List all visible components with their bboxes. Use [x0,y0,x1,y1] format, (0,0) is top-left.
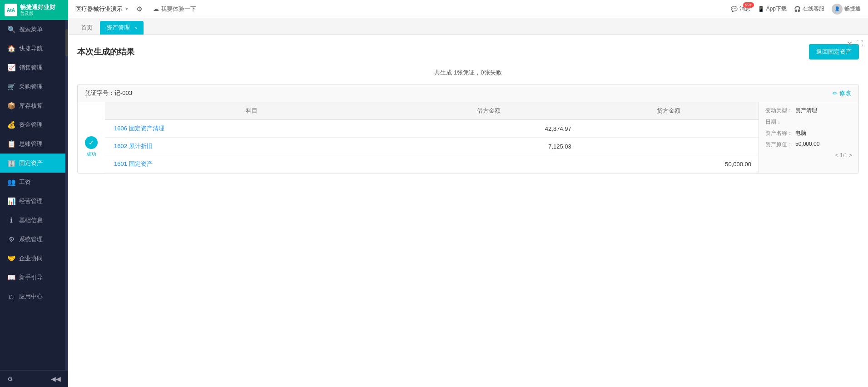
cell-credit-2: 50,000.00 [579,155,759,173]
sidebar-icon-12: 🤝 [7,254,15,263]
sidebar-item-0[interactable]: 🔍搜索菜单 [0,20,65,39]
company-selector[interactable]: 医疗器械行业演示 ▼ [75,5,129,13]
online-service-button[interactable]: 🎧 在线客服 [794,5,824,13]
sidebar-icon-4: 📦 [7,102,15,110]
tabs-bar: 首页 资产管理 × [68,18,868,35]
side-pagination[interactable]: < 1/1 > [765,152,852,159]
headset-icon: 🎧 [794,6,801,12]
user-profile[interactable]: 👤 畅捷通 [832,4,861,15]
sidebar-label-6: 总账管理 [19,140,43,148]
topbar: 医疗器械行业演示 ▼ ⚙ ☁ 我要体验一下 💬 消息 99+ 📱 App下载 🎧… [68,0,868,18]
sidebar-item-12[interactable]: 🤝企业协同 [0,249,65,268]
table-row: 1606 固定资产清理 42,874.97 [105,120,759,138]
settings-icon[interactable]: ⚙ [7,375,13,382]
summary-bar: 共生成 1张凭证，0张失败 [77,69,859,77]
edit-button[interactable]: ✏ 修改 [833,89,851,97]
avatar: 👤 [832,4,843,15]
trial-button[interactable]: ☁ 我要体验一下 [153,5,196,13]
sidebar-icon-6: 📋 [7,140,15,148]
sidebar-icon-8: 👥 [7,178,15,186]
sidebar-icon-2: 📈 [7,64,15,72]
sidebar-icon-0: 🔍 [7,25,15,34]
sidebar-icon-14: 🗂 [7,293,15,301]
sidebar-item-7[interactable]: 🏢固定资产 [0,154,65,173]
tab-close-icon[interactable]: × [134,25,137,30]
sidebar-label-1: 快捷导航 [19,45,43,53]
voucher-header: 凭证字号：记-003 ✏ 修改 [78,84,858,102]
sidebar-icon-13: 📖 [7,273,15,282]
sidebar-logo: AtA 畅捷通好业财 普及版 [0,0,68,20]
message-icon: 💬 [731,6,738,12]
sidebar-icon-7: 🏢 [7,159,15,167]
table-main: 科目 借方金额 贷方金额 1606 固定资产清理 42,874.97 1602 … [105,102,759,173]
sidebar-item-3[interactable]: 🛒采购管理 [0,77,65,96]
sidebar-icon-11: ⚙ [7,235,15,243]
sidebar: AtA 畅捷通好业财 普及版 🔍搜索菜单🏠快捷导航📈销售管理🛒采购管理📦库存核算… [0,0,68,387]
page-title: 本次生成的结果 [77,46,134,57]
sidebar-item-13[interactable]: 📖新手引导 [0,268,65,287]
app-download-button[interactable]: 📱 App下载 [758,5,787,13]
cloud-icon: ☁ [153,5,159,12]
app-edition: 普及版 [20,11,55,16]
main-area: 医疗器械行业演示 ▼ ⚙ ☁ 我要体验一下 💬 消息 99+ 📱 App下载 🎧… [68,0,868,387]
cell-debit-0: 42,874.97 [398,120,578,138]
sidebar-label-12: 企业协同 [19,254,43,263]
status-column: ✓ 成功 [78,102,105,173]
logo-icon: AtA [5,4,17,16]
tab-assets[interactable]: 资产管理 × [100,21,144,35]
sidebar-item-11[interactable]: ⚙系统管理 [0,230,65,249]
side-change-type: 变动类型： 资产清理 [765,107,852,114]
sidebar-label-14: 应用中心 [19,293,43,301]
sidebar-label-4: 库存核算 [19,102,43,110]
sidebar-label-5: 资金管理 [19,121,43,129]
sidebar-label-10: 基础信息 [19,216,43,224]
success-icon: ✓ [85,136,98,149]
sidebar-item-2[interactable]: 📈销售管理 [0,58,65,77]
sidebar-item-6[interactable]: 📋总账管理 [0,134,65,154]
sidebar-label-9: 经营管理 [19,197,43,205]
chevron-down-icon: ▼ [124,6,129,11]
sidebar-label-3: 采购管理 [19,83,43,91]
sidebar-label-13: 新手引导 [19,273,43,282]
sidebar-item-1[interactable]: 🏠快捷导航 [0,39,65,58]
sidebar-item-5[interactable]: 💰资金管理 [0,115,65,134]
cell-debit-1: 7,125.03 [398,138,578,155]
table-with-status: ✓ 成功 科目 借方金额 贷方金额 [78,102,759,173]
table-row: 1602 累计折旧 7,125.03 [105,138,759,155]
sidebar-icon-5: 💰 [7,121,15,129]
sidebar-item-14[interactable]: 🗂应用中心 [0,287,65,306]
side-asset-name: 资产名称： 电脑 [765,129,852,137]
sidebar-footer: ⚙ ◀◀ [0,370,68,387]
sidebar-item-8[interactable]: 👥工资 [0,173,65,192]
side-asset-value: 资产原值： 50,000.00 [765,141,852,149]
collapse-icon[interactable]: ◀◀ [51,375,61,382]
sidebar-label-7: 固定资产 [19,159,43,167]
page-header: 本次生成的结果 返回固定资产 [77,44,859,60]
sidebar-item-9[interactable]: 📊经营管理 [0,192,65,211]
sidebar-label-2: 销售管理 [19,64,43,72]
col-debit: 借方金额 [398,102,578,120]
sidebar-icon-3: 🛒 [7,83,15,91]
tab-home[interactable]: 首页 [75,21,98,35]
sidebar-label-8: 工资 [19,178,31,186]
voucher-side-info: 变动类型： 资产清理 日期： 资产名称： 电脑 资产原值： 50,000.00 [759,102,858,173]
sidebar-nav: 🔍搜索菜单🏠快捷导航📈销售管理🛒采购管理📦库存核算💰资金管理📋总账管理🏢固定资产… [0,20,65,370]
sidebar-label-11: 系统管理 [19,235,43,243]
sidebar-label-0: 搜索菜单 [19,25,43,34]
topbar-left: 医疗器械行业演示 ▼ ⚙ ☁ 我要体验一下 [75,5,196,13]
sidebar-icon-10: ℹ [7,216,15,224]
cell-name-1: 1602 累计折旧 [105,138,398,155]
sidebar-icon-1: 🏠 [7,45,15,53]
side-date: 日期： [765,118,852,126]
cell-credit-1 [579,138,759,155]
expand-panel-icon[interactable]: ⛶ [856,40,863,48]
topbar-settings-icon[interactable]: ⚙ [136,5,142,13]
messages-button[interactable]: 💬 消息 99+ [731,5,750,13]
sidebar-item-4[interactable]: 📦库存核算 [0,96,65,115]
edit-icon: ✏ [833,90,838,97]
sidebar-icon-9: 📊 [7,197,15,205]
sidebar-item-10[interactable]: ℹ基础信息 [0,211,65,230]
cell-name-2: 1601 固定资产 [105,155,398,173]
close-panel-icon[interactable]: ✕ [847,40,853,48]
voucher-card: 凭证字号：记-003 ✏ 修改 ✓ 成功 [77,84,859,174]
